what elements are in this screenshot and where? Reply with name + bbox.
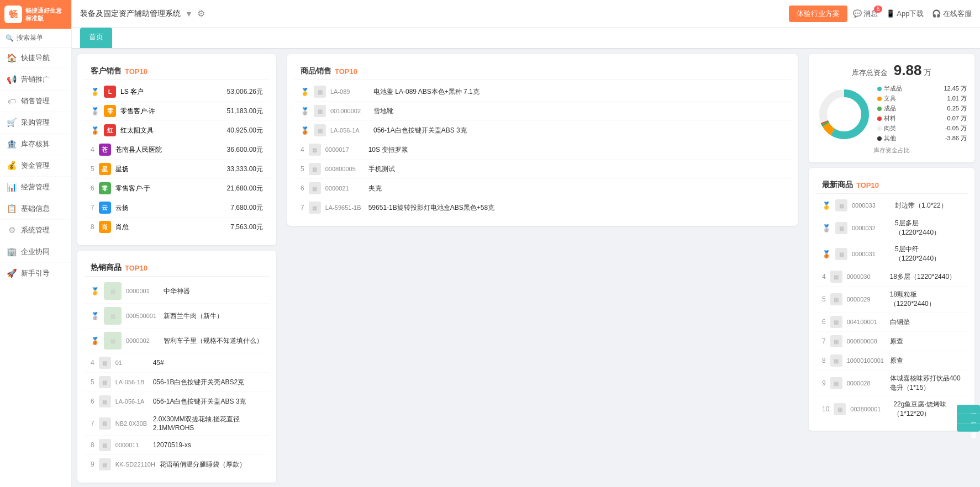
sidebar-item-operations[interactable]: 📊 经营管理	[0, 177, 71, 198]
system-icon: ⚙	[7, 225, 17, 235]
trial-button[interactable]: 体验行业方案	[789, 6, 847, 22]
product-thumbnail: ▦	[99, 417, 111, 430]
new-product-item: 4 ▦ 0000030 18多层（1220*2440）	[815, 267, 968, 287]
sidebar-item-quick-nav[interactable]: 🏠 快捷导航	[0, 47, 71, 69]
hot-product-item: 7 ▦ NB2.0X30B 2.0X30MM双搓花轴.搓花直径2.1MM/ROH…	[84, 411, 270, 436]
legend-value: 0.07 万	[947, 114, 967, 123]
sidebar-item-marketing[interactable]: 📢 营销推广	[0, 69, 71, 91]
customer-avatar: 肖	[99, 221, 111, 233]
product-thumbnail: ▦	[99, 458, 111, 470]
product-code: LA-089	[330, 88, 369, 95]
rank-number: 9	[91, 460, 94, 468]
medal-icon: 🥈	[822, 224, 831, 232]
legend-name: 材料	[884, 114, 945, 123]
product-thumbnail: ▦	[314, 124, 326, 136]
product-name: 封边带（1.0*22）	[895, 201, 961, 210]
hot-product-item: 🥉 ▦ 0000002 智利车子里（规格不知道填什么）	[84, 329, 270, 353]
product-code: 004100001	[847, 319, 886, 325]
sidebar-item-corp[interactable]: 🏢 企业协同	[0, 241, 71, 263]
customer-name: 肖总	[115, 223, 226, 232]
product-name: 45#	[153, 359, 263, 367]
product-name: 5层中纤（1220*2440）	[895, 245, 961, 263]
product-thumbnail: ▦	[309, 144, 321, 156]
legend-item: 文具 1.01 万	[877, 94, 967, 103]
customer-avatar: 苍	[99, 144, 111, 156]
rank-number: 4	[822, 273, 826, 280]
left-panel: 客户销售 TOP10 🥇 L LS 客户 53,006.26元 🥈 零 零售客户…	[72, 49, 282, 487]
sidebar-item-inventory[interactable]: 🏦 库存核算	[0, 134, 71, 155]
inventory-caption: 库存资金占比	[816, 146, 967, 155]
new-product-item: 8 ▦ 10000100001 原查	[815, 351, 968, 370]
customer-avatar: 红	[104, 124, 116, 136]
legend-dot	[877, 117, 882, 121]
customer-list-item: 6 零 零售客户·于 21,680.00元	[84, 179, 270, 198]
rank-number: 6	[822, 318, 826, 326]
new-product-item: 10 ▦ 003800001 22g鱼豆腐·烧烤味（1*12*20）	[815, 396, 968, 422]
sidebar-item-base[interactable]: 📋 基础信息	[0, 198, 71, 220]
tab-home[interactable]: 首页	[80, 28, 112, 48]
product-sales-badge: TOP10	[335, 67, 357, 76]
sidebar-item-finance[interactable]: 💰 资金管理	[0, 155, 71, 177]
product-code: LA-056-1A	[330, 127, 369, 134]
product-name: 中华神器	[164, 287, 263, 296]
sidebar-item-purchase[interactable]: 🛒 采购管理	[0, 112, 71, 134]
sidebar-logo: 畅 畅捷通好生意 标准版	[0, 0, 71, 29]
customer-top10-card: 客户销售 TOP10 🥇 L LS 客户 53,006.26元 🥈 零 零售客户…	[77, 54, 276, 245]
product-thumbnail: ▦	[830, 335, 842, 347]
product-sales-header: 商品销售 TOP10	[294, 61, 791, 80]
legend-name: 其他	[884, 134, 943, 142]
main-content: 装备及固定资产辅助管理系统 ▼ ⚙ 体验行业方案 💬 消息 6 📱 App下载 …	[72, 0, 980, 487]
new-products-title: 最新商品	[822, 180, 853, 190]
gear-icon[interactable]: ⚙	[197, 8, 205, 19]
right-panel: 库存总资金 9.88 万	[803, 49, 980, 487]
product-sales-item: 4 ▦ 0000017 10S 变扭罗浆	[294, 140, 791, 160]
legend-item: 半成品 12.45 万	[877, 84, 967, 93]
sidebar: 畅 畅捷通好生意 标准版 🔍 搜索菜单 🏠 快捷导航 📢 营销推广 🏷 销售管理…	[0, 0, 72, 487]
product-sales-list: 🥇 ▦ LA-089 电池盖 LA-089 ABS本色+黑种 7.1克 🥈 ▦ …	[294, 80, 791, 219]
sidebar-item-system[interactable]: ⚙ 系统管理	[0, 220, 71, 241]
sidebar-item-sales[interactable]: 🏷 销售管理	[0, 91, 71, 112]
product-code: 0000032	[852, 225, 891, 231]
customer-avatar: 云	[99, 202, 111, 214]
legend-value: -0.05 万	[945, 124, 967, 133]
dropdown-icon[interactable]: ▼	[185, 9, 193, 18]
legend-dot	[877, 107, 882, 111]
float-service-button[interactable]: 客服热线	[957, 405, 980, 414]
legend-dot	[877, 126, 882, 131]
new-products-header: 最新商品 TOP10	[815, 174, 968, 194]
product-sales-item: 🥈 ▦ 001000002 雪地靴	[294, 102, 791, 121]
message-button[interactable]: 💬 消息 6	[853, 9, 878, 19]
customer-list-item: 4 苍 苍南县人民医院 36,600.00元	[84, 140, 270, 160]
customer-list-item: 8 肖 肖总 7,563.00元	[84, 218, 270, 236]
float-community-button[interactable]: 服务社区	[957, 414, 980, 424]
product-image: ▦	[104, 332, 122, 350]
legend-name: 半成品	[884, 84, 941, 93]
product-code: 0000030	[847, 273, 886, 280]
medal-icon: 🥈	[91, 107, 99, 115]
center-panel: 商品销售 TOP10 🥇 ▦ LA-089 电池盖 LA-089 ABS本色+黑…	[282, 49, 803, 487]
sidebar-search[interactable]: 🔍 搜索菜单	[0, 29, 71, 47]
medal-icon: 🥇	[91, 88, 99, 96]
product-sales-item: 5 ▦ 000800005 手机测试	[294, 160, 791, 179]
medal-icon: 🥇	[822, 202, 831, 210]
product-code: 0000011	[115, 442, 149, 448]
purchase-icon: 🛒	[7, 118, 17, 128]
product-sales-item: 6 ▦ 0000021 夹克	[294, 179, 791, 198]
customer-top10-header: 客户销售 TOP10	[84, 61, 270, 80]
float-live-button[interactable]: 直播	[957, 424, 980, 432]
legend-dot	[877, 136, 882, 141]
customer-amount: 40,925.00元	[227, 126, 263, 135]
new-product-item: 🥉 ▦ 0000031 5层中纤（1220*2440）	[815, 241, 968, 267]
operations-icon: 📊	[7, 182, 17, 192]
hot-product-item: 8 ▦ 0000011 12070519-xs	[84, 436, 270, 455]
online-service-button[interactable]: 🎧 在线客服	[932, 9, 972, 19]
product-code: 003800001	[850, 406, 889, 412]
sidebar-item-guide[interactable]: 🚀 新手引导	[0, 263, 71, 284]
customer-list-item: 🥈 零 零售客户·许 51,183.00元	[84, 102, 270, 121]
search-icon: 🔍	[6, 34, 14, 42]
app-download-button[interactable]: 📱 App下载	[886, 9, 924, 19]
hot-product-item: 9 ▦ KK-SD22110H 花语萌俏温分腿睡袋（厚款）	[84, 455, 270, 474]
product-image: ▦	[104, 307, 122, 325]
customer-avatar: L	[104, 86, 116, 98]
product-name: 原查	[890, 356, 961, 366]
